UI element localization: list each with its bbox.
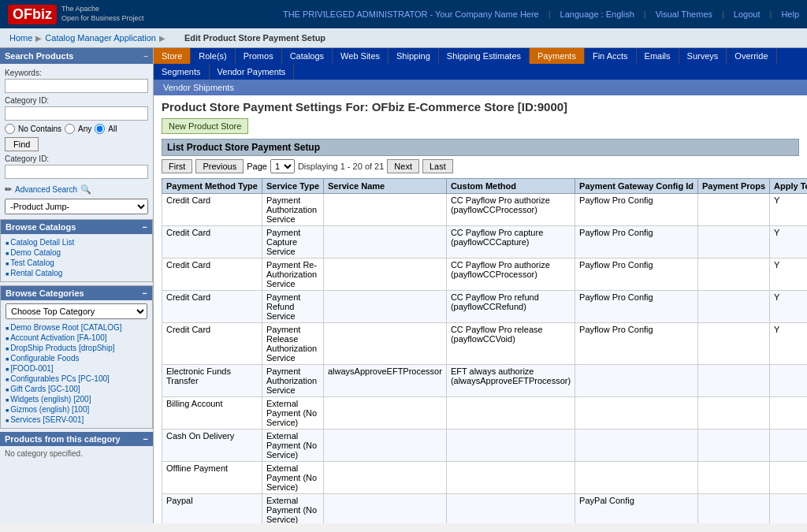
category-id-input[interactable] [5, 106, 148, 121]
category-id2-input[interactable] [5, 165, 148, 179]
next-button-top[interactable]: Next [387, 159, 419, 173]
tab-shipping[interactable]: Shipping [389, 48, 439, 64]
tab-emails[interactable]: Emails [637, 48, 679, 64]
cell-2-6: Y [770, 259, 807, 291]
help-link[interactable]: Help [781, 9, 799, 19]
cat-link-7[interactable]: Widgets (english) [200] [6, 394, 147, 404]
tab-promos[interactable]: Promos [236, 48, 282, 64]
product-jump-select[interactable]: -Product Jump- [5, 199, 148, 214]
cell-0-0: Credit Card [162, 194, 262, 226]
catalog-item-1[interactable]: Demo Catalog [6, 247, 147, 258]
table-row: Credit CardPayment Refund ServiceCC Payf… [162, 291, 808, 323]
top-category-select[interactable]: Choose Top Category [6, 303, 147, 319]
logout-link[interactable]: Logout [734, 9, 761, 19]
tab-store[interactable]: Store [154, 48, 191, 64]
cell-0-5 [697, 194, 769, 226]
tab-surveys[interactable]: Surveys [679, 48, 727, 64]
cell-3-2 [324, 291, 447, 323]
logo: OFbiz [8, 5, 57, 24]
cat-link-9[interactable]: Services [SERV-001] [6, 415, 147, 425]
category-id2-field: Category ID: [5, 154, 148, 179]
no-contains-radio[interactable] [5, 124, 15, 134]
tab-catalogs[interactable]: Catalogs [282, 48, 333, 64]
products-section: Products from this category − No categor… [0, 432, 153, 461]
cell-0-2 [324, 194, 447, 226]
cell-7-3 [446, 430, 575, 462]
search-radio-group: No Contains Any All [5, 124, 148, 134]
advanced-search-link[interactable]: Advanced Search [15, 185, 77, 194]
cell-5-2: alwaysApproveEFTProcessor [324, 365, 447, 397]
cell-9-6 [770, 494, 807, 524]
admin-text: THE PRIVILEGED ADMINISTRATOR - Your Comp… [283, 9, 539, 19]
cell-4-4: Payflow Pro Config [575, 323, 698, 365]
cat-link-5[interactable]: Configurables PCs [PC-100] [6, 374, 147, 384]
cat-link-2[interactable]: DropShip Products [dropShip] [6, 343, 147, 353]
cell-5-3: EFT always authorize (alwaysApproveEFTPr… [446, 365, 575, 397]
sidebar: Search Products − Keywords: Category ID:… [0, 48, 154, 523]
cell-3-1: Payment Refund Service [262, 291, 323, 323]
breadcrumb-arrow-1: ▶ [35, 34, 42, 43]
content-body: Product Store Payment Settings For: OFbi… [154, 95, 807, 523]
tab-shipping-estimates[interactable]: Shipping Estimates [439, 48, 530, 64]
tab-vendor-payments[interactable]: Vendor Payments [210, 64, 295, 80]
logo-area: OFbiz The ApacheOpen for Business Projec… [8, 5, 144, 24]
breadcrumb-catalog[interactable]: Catalog Manager Application [45, 33, 156, 43]
logo-tagline: The ApacheOpen for Business Project [61, 5, 144, 23]
cell-3-3: CC Payflow Pro refund (payflowCCRefund) [446, 291, 575, 323]
catalog-item-0[interactable]: Catalog Detail List [6, 237, 147, 247]
table-row: Billing AccountExternal Payment (No Serv… [162, 397, 808, 430]
last-button-top[interactable]: Last [422, 159, 453, 173]
cell-7-2 [324, 430, 447, 462]
cell-2-3: CC Payflow Pro authorize (payflowCCProce… [446, 259, 575, 291]
cell-9-2 [324, 494, 447, 524]
list-header: List Product Store Payment Setup [162, 139, 799, 156]
collapse-catalogs-btn[interactable]: − [143, 222, 147, 232]
collapse-products-btn[interactable]: − [143, 434, 148, 444]
cell-7-1: External Payment (No Service) [262, 430, 323, 462]
cell-8-1: External Payment (No Service) [262, 462, 323, 494]
cell-7-5 [697, 430, 769, 462]
subtab-vendor-shipments[interactable]: Vendor Shipments [157, 81, 240, 94]
all-radio[interactable] [95, 124, 105, 134]
visual-themes-link[interactable]: Visual Themes [656, 9, 712, 19]
table-row: Credit CardPayment Capture ServiceCC Pay… [162, 226, 808, 259]
cat-link-4[interactable]: [FOOD-001] [6, 363, 147, 374]
table-row: Credit CardPayment Re-Authorization Serv… [162, 259, 808, 291]
cell-3-0: Credit Card [162, 291, 262, 323]
search-icon: 🔍 [80, 184, 91, 195]
find-button[interactable]: Find [5, 137, 39, 151]
table-row: Electronic Funds TransferPayment Authori… [162, 365, 808, 397]
collapse-search-btn[interactable]: − [143, 52, 148, 61]
first-button-top[interactable]: First [162, 159, 192, 173]
cell-1-6: Y [770, 226, 807, 259]
keywords-input[interactable] [5, 79, 148, 93]
cat-link-0[interactable]: Demo Browse Root [CATALOG] [6, 322, 147, 333]
cell-1-5 [697, 226, 769, 259]
language-link[interactable]: Language : English [560, 9, 634, 19]
breadcrumb-home[interactable]: Home [9, 33, 32, 43]
tab-override[interactable]: Override [727, 48, 776, 64]
cell-6-6 [770, 397, 807, 430]
tab-segments[interactable]: Segments [154, 64, 210, 80]
cat-link-8[interactable]: Gizmos (english) [100] [6, 404, 147, 415]
tab-fin-accts[interactable]: Fin Accts [585, 48, 637, 64]
cell-6-2 [324, 397, 447, 430]
page-select-top[interactable]: 1 [270, 159, 295, 173]
tab-payments[interactable]: Payments [530, 48, 585, 64]
cell-5-5 [697, 365, 769, 397]
collapse-categories-btn[interactable]: − [143, 288, 147, 298]
cell-2-2 [324, 259, 447, 291]
cat-link-1[interactable]: Account Activation [FA-100] [6, 333, 147, 343]
cat-link-6[interactable]: Gift Cards [GC-100] [6, 384, 147, 394]
cell-2-0: Credit Card [162, 259, 262, 291]
catalog-item-2[interactable]: Test Catalog [6, 258, 147, 268]
any-radio[interactable] [65, 124, 75, 134]
browse-catalogs-section: Browse Catalogs − Catalog Detail List De… [0, 219, 153, 282]
tab-websites[interactable]: Web Sites [333, 48, 389, 64]
cat-link-3[interactable]: Configurable Foods [6, 353, 147, 363]
breadcrumb-bar: Home ▶ Catalog Manager Application ▶ Edi… [0, 28, 807, 48]
new-product-store-button[interactable]: New Product Store [162, 118, 248, 134]
catalog-item-3[interactable]: Rental Catalog [6, 268, 147, 278]
previous-button-top[interactable]: Previous [195, 159, 244, 173]
tab-roles[interactable]: Role(s) [191, 48, 235, 64]
